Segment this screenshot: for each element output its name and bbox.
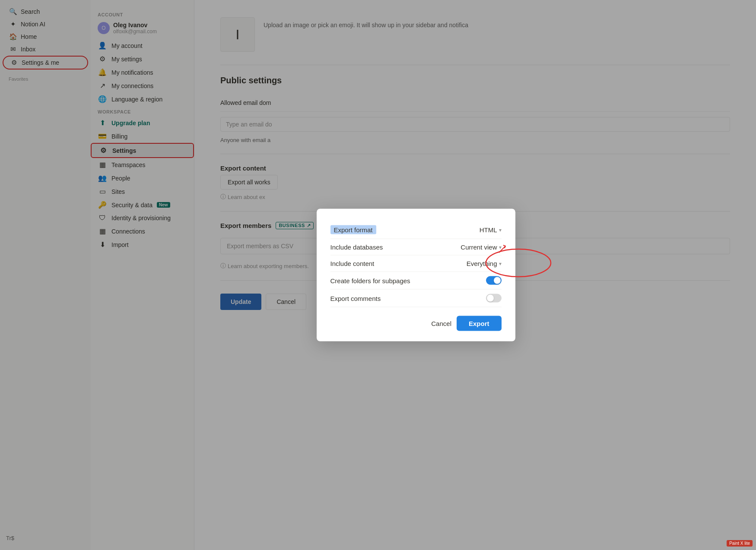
content-chevron-icon: ▾ [499, 260, 502, 266]
include-content-label: Include content [330, 260, 375, 267]
create-folders-row: Create folders for subpages [330, 272, 502, 290]
databases-chevron-icon: ▾ [499, 244, 502, 250]
include-databases-row: Include databases Current view ▾ [330, 239, 502, 256]
export-dialog: Export format HTML ▾ Include databases C… [317, 209, 515, 341]
create-folders-toggle[interactable] [486, 276, 502, 285]
export-comments-label: Export comments [330, 294, 381, 302]
dialog-footer: Cancel Export [330, 316, 502, 331]
export-format-label: Export format [330, 225, 376, 234]
dialog-export-button[interactable]: Export [457, 316, 502, 331]
databases-dropdown[interactable]: Current view ▾ [461, 243, 501, 251]
include-databases-label: Include databases [330, 243, 383, 251]
dialog-cancel-button[interactable]: Cancel [431, 320, 451, 327]
toggle-thumb-comments [487, 295, 494, 302]
export-comments-toggle[interactable] [486, 294, 502, 303]
include-content-row: Include content Everything ▾ [330, 256, 502, 272]
content-dropdown[interactable]: Everything ▾ [467, 260, 502, 267]
export-format-row: Export format HTML ▾ [330, 221, 502, 239]
toggle-thumb-folders [494, 277, 501, 284]
paint-badge: Paint X lite [727, 540, 753, 547]
format-chevron-icon: ▾ [499, 227, 502, 233]
create-folders-label: Create folders for subpages [330, 277, 410, 284]
format-dropdown[interactable]: HTML ▾ [480, 226, 502, 234]
export-comments-row: Export comments [330, 290, 502, 307]
